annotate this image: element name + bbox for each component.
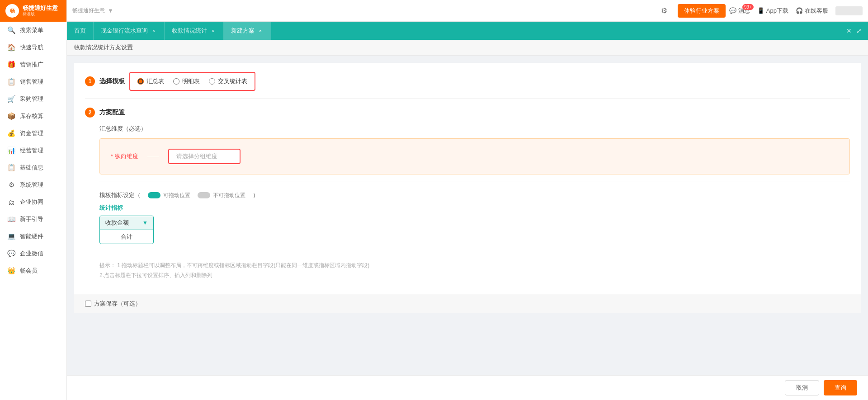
operation-icon: 📊 (7, 146, 15, 155)
sidebar-item-sales[interactable]: 📋 销售管理 (0, 73, 66, 90)
metrics-table: 收款金额 ▼ 合计 (99, 216, 154, 244)
sidebar-item-quick-nav[interactable]: 🏠 快速导航 (0, 39, 66, 56)
save-plan-checkbox[interactable] (85, 301, 91, 307)
section2-title: 方案配置 (99, 108, 125, 117)
page-title-bar: 收款情况统计方案设置 (67, 40, 868, 56)
tab-new-plan[interactable]: 新建方案 × (224, 22, 271, 40)
query-button[interactable]: 查询 (824, 380, 857, 395)
tab-cashflow-close[interactable]: × (151, 28, 157, 34)
radio-summary[interactable]: 汇总表 (137, 77, 164, 85)
metrics-table-row: 合计 (100, 230, 153, 244)
sidebar-item-smart-hw[interactable]: 💻 智能硬件 (0, 228, 66, 245)
breadcrumb: 畅捷通好生意 (72, 7, 105, 14)
gear-button[interactable]: ⚙ (658, 5, 670, 17)
notification-bell[interactable]: 💬 消息 99+ (729, 7, 750, 15)
notification-count: 99+ (742, 4, 754, 10)
sidebar-item-basic[interactable]: 📋 基础信息 (0, 159, 66, 176)
dimension-section: 汇总维度（必选） * 纵向维度 —— 请选择分组维度 模板指标设定（ (85, 125, 850, 285)
window-maximize-icon[interactable]: ⤢ (855, 27, 863, 34)
window-buttons: ✕ ⤢ (840, 22, 868, 40)
tip-line-2: 2.点击标题栏下拉可设置排序、插入列和删除列 (99, 271, 850, 281)
sidebar-item-label: 快速导航 (20, 43, 43, 52)
section1-title: 选择模板 (99, 77, 125, 85)
radio-summary-label: 汇总表 (146, 77, 164, 85)
metrics-table-header[interactable]: 收款金额 ▼ (100, 216, 153, 230)
sidebar-item-weixin[interactable]: 💬 企业微信 (0, 245, 66, 262)
sidebar-logo: 畅 畅捷通好生意 标准版 (0, 0, 66, 22)
chevron-down-icon[interactable]: ▼ (108, 7, 113, 14)
radio-cross-input[interactable] (209, 78, 215, 85)
user-avatar[interactable] (835, 6, 863, 15)
logo-title: 畅捷通好生意 (23, 5, 58, 12)
tab-spacer (271, 22, 840, 40)
sidebar-item-label: 系统管理 (20, 181, 43, 189)
sales-icon: 📋 (7, 78, 15, 86)
cancel-button[interactable]: 取消 (785, 380, 819, 395)
tab-new-plan-close[interactable]: × (257, 28, 264, 34)
fund-icon: 💰 (7, 129, 15, 137)
tab-collection-close[interactable]: × (210, 28, 216, 34)
divider1 (85, 98, 850, 99)
closing-paren: ） (253, 191, 259, 199)
bottom-section: 方案保存（可选） (74, 294, 861, 313)
sidebar-item-purchase[interactable]: 🛒 采购管理 (0, 90, 66, 108)
radio-detail[interactable]: 明细表 (173, 77, 200, 85)
metrics-group: 统计指标 收款金额 ▼ 合计 (99, 204, 850, 245)
sidebar: 畅 畅捷通好生意 标准版 🔍 搜索菜单 🏠 快速导航 🎁 营销推广 📋 销售管理… (0, 0, 67, 400)
radio-detail-input[interactable] (173, 78, 179, 85)
radio-summary-input[interactable] (137, 78, 144, 85)
dimension-group-label: 汇总维度（必选） (99, 125, 850, 133)
online-support-link[interactable]: 🎧 在线客服 (796, 7, 828, 15)
support-icon: 🎧 (796, 7, 803, 14)
drag-movable-label: 可拖动位置 (163, 192, 190, 199)
page-title: 收款情况统计方案设置 (74, 44, 133, 51)
sidebar-item-guide[interactable]: 📖 新手引导 (0, 211, 66, 228)
member-icon: 👑 (7, 267, 15, 275)
home-icon: 🏠 (7, 43, 15, 52)
online-support-label: 在线客服 (805, 7, 828, 15)
sidebar-item-label: 销售管理 (20, 78, 43, 86)
sidebar-item-system[interactable]: ⚙ 系统管理 (0, 176, 66, 193)
drag-immovable-label: 不可拖动位置 (213, 192, 245, 199)
metrics-label: 模板指标设定（ 可拖动位置 不可拖动位置 ） (99, 191, 850, 199)
tab-collection[interactable]: 收款情况统计 × (165, 22, 224, 40)
logo-icon: 畅 (5, 4, 19, 18)
main-area: 畅捷通好生意 ▼ ⚙ 体验行业方案 💬 消息 99+ 📱 App下载 🎧 在线客… (67, 0, 868, 400)
purchase-icon: 🛒 (7, 95, 15, 103)
window-close-icon[interactable]: ✕ (845, 27, 853, 34)
tab-home-label: 首页 (74, 27, 86, 35)
inventory-icon: 📦 (7, 112, 15, 120)
tab-collection-label: 收款情况统计 (172, 27, 207, 35)
sidebar-item-label: 经营管理 (20, 146, 43, 155)
breadcrumb-area: 畅捷通好生意 ▼ (72, 7, 654, 14)
sidebar-item-operation[interactable]: 📊 经营管理 (0, 142, 66, 159)
app-download-link[interactable]: 📱 App下载 (757, 7, 788, 15)
weixin-icon: 💬 (7, 249, 15, 258)
sidebar-item-label: 基础信息 (20, 164, 43, 172)
chevron-down-icon[interactable]: ▼ (142, 220, 148, 226)
section2-header: 2 方案配置 (85, 108, 850, 118)
radio-cross-label: 交叉统计表 (218, 77, 247, 85)
sidebar-item-member[interactable]: 👑 畅会员 (0, 262, 66, 279)
sidebar-item-label: 营销推广 (20, 61, 43, 69)
metrics-section: 模板指标设定（ 可拖动位置 不可拖动位置 ） (99, 191, 850, 245)
tab-home[interactable]: 首页 (67, 22, 94, 40)
save-plan-checkbox-label[interactable]: 方案保存（可选） (85, 300, 141, 308)
form-card: 1 选择模板 汇总表 明细表 交叉统计表 (74, 63, 861, 294)
footer-bar: 取消 查询 (67, 375, 868, 400)
dimension-select[interactable]: 请选择分组维度 (168, 149, 241, 164)
header-right: 💬 消息 99+ 📱 App下载 🎧 在线客服 (729, 6, 863, 15)
search-menu-icon: 🔍 (7, 26, 15, 34)
sidebar-item-marketing[interactable]: 🎁 营销推广 (0, 56, 66, 73)
template-select-box: 汇总表 明细表 交叉统计表 (129, 72, 255, 91)
sidebar-item-fund[interactable]: 💰 资金管理 (0, 125, 66, 142)
industry-solution-button[interactable]: 体验行业方案 (678, 4, 726, 18)
sidebar-item-inventory[interactable]: 📦 库存核算 (0, 108, 66, 125)
sidebar-item-search-menu[interactable]: 🔍 搜索菜单 (0, 22, 66, 39)
sidebar-item-enterprise[interactable]: 🗂 企业协同 (0, 193, 66, 211)
tab-new-plan-label: 新建方案 (231, 27, 255, 35)
dimension-grid: * 纵向维度 —— 请选择分组维度 (99, 138, 850, 174)
radio-cross[interactable]: 交叉统计表 (209, 77, 247, 85)
tab-cashflow[interactable]: 现金银行流水查询 × (94, 22, 165, 40)
enterprise-icon: 🗂 (7, 198, 15, 206)
